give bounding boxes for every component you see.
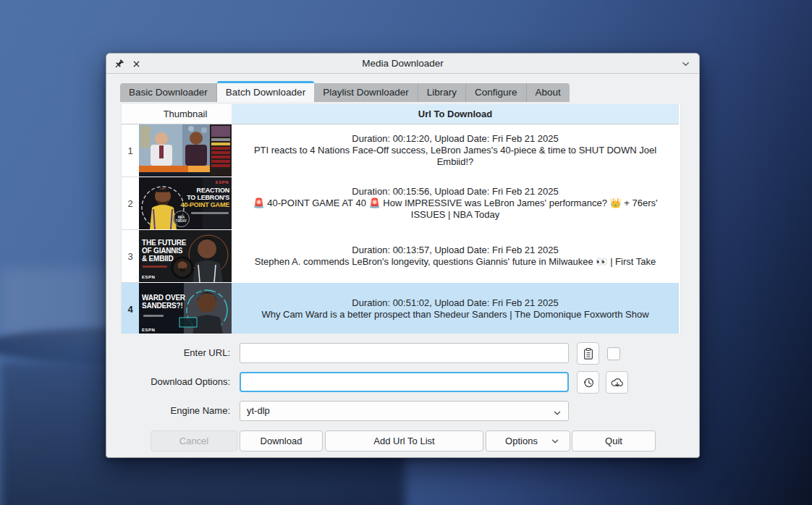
table-row-selected[interactable]: 4 Ward Over Sanders?! [122,283,680,334]
thumb-headline-2: of Giannis [142,247,186,255]
row-number: 3 [122,230,139,283]
quit-button[interactable]: Quit [572,430,656,451]
thumbnail-image: Reaction to LeBron's 40-Point Game ESPN … [139,177,232,229]
tab-basic-downloader[interactable]: Basic Downloader [120,83,217,102]
tab-playlist-downloader[interactable]: Playlist Downloader [314,83,418,102]
window-title: Media Downloader [106,54,699,73]
table-row[interactable]: 3 The Fut [122,230,680,283]
chevron-down-icon [550,436,560,449]
row-number-header[interactable] [122,104,139,124]
espn-logo: ESPN [142,275,155,279]
url-cell: Duration: 00:13:57, Upload Date: Fri Feb… [232,230,679,282]
engine-name-label: Engine Name: [106,401,230,421]
thumb-headline-2: Sanders?! [142,302,185,310]
paste-clipboard-button[interactable] [577,342,599,365]
cloud-download-button[interactable] [606,371,628,394]
table-row[interactable]: 1 [122,124,680,177]
title-line: Why Cam Ward is a better prospect than S… [261,309,648,321]
chevron-down-icon[interactable] [679,57,692,70]
url-column-header[interactable]: Url To Download [232,104,679,124]
tab-batch-downloader[interactable]: Batch Downloader [217,81,314,102]
thumbnail-image [139,124,232,177]
url-cell: Duration: 00:15:56, Upload Date: Fri Feb… [232,177,679,229]
chevron-down-icon [552,406,562,425]
thumbnail-column-header[interactable]: Thumbnail [139,104,232,124]
espn-logo: ESPN [216,180,229,184]
url-label: Enter URL: [106,343,230,363]
thumb-headline-1: Ward Over [142,294,185,302]
thumb-headline-1: Reaction [181,187,229,194]
options-history-button[interactable] [577,371,599,394]
thumb-headline-1: The Future [142,239,186,247]
thumbnail-image: Ward Over Sanders?! ESPN [139,283,232,334]
close-icon[interactable] [130,57,143,70]
options-button-label: Options [505,436,538,446]
pin-icon[interactable] [112,57,125,70]
engine-select-value: yt-dlp [247,405,270,416]
tab-bar: Basic Downloader Batch Downloader Playli… [120,81,570,102]
row-number: 4 [122,283,139,334]
url-checkbox[interactable] [607,347,620,360]
title-line: PTI reacts to 4 Nations Face-Off success… [234,145,676,168]
row-number: 2 [122,177,139,230]
title-line: 🚨 40-POINT GAME AT 40 🚨 How IMPRESSIVE w… [234,198,676,221]
url-input[interactable] [240,343,569,363]
thumbnail-image: The Future of Giannis & Embiid ESPN [139,230,232,282]
duration-line: Duration: 00:13:57, Upload Date: Fri Feb… [352,245,558,256]
app-window: Media Downloader Basic Downloader Batch … [106,53,700,458]
espn-logo: ESPN [142,328,155,332]
thumb-headline-3: 40-Point Game [181,201,229,208]
duration-line: Duration: 00:12:20, Upload Date: Fri Feb… [352,133,558,145]
add-url-to-list-button[interactable]: Add Url To List [325,430,483,451]
table-row[interactable]: 2 Reaction to LeBron's [122,177,680,230]
options-button[interactable]: Options [486,430,570,451]
table-header-row: Thumbnail Url To Download [122,104,680,124]
tab-configure[interactable]: Configure [466,83,527,102]
url-cell: Duration: 00:12:20, Upload Date: Fri Feb… [232,124,679,177]
nba-today-logo: NBA TODAY [173,211,190,227]
titlebar: Media Downloader [106,54,699,74]
thumb-headline-3: & Embiid [142,255,186,263]
title-line: Stephen A. commends LeBron's longevity, … [255,256,656,268]
duration-line: Duration: 00:15:56, Upload Date: Fri Feb… [352,186,558,198]
download-options-label: Download Options: [106,372,230,392]
download-button[interactable]: Download [240,430,323,451]
download-options-input[interactable] [240,372,569,392]
url-cell: Duration: 00:51:02, Upload Date: Fri Feb… [232,283,679,334]
batch-table: Thumbnail Url To Download 1 [121,104,681,334]
cancel-button[interactable]: Cancel [151,430,237,451]
duration-line: Duration: 00:51:02, Upload Date: Fri Feb… [352,297,558,309]
row-number: 1 [122,124,139,177]
tab-library[interactable]: Library [418,83,466,102]
tab-about[interactable]: About [527,83,570,102]
thumb-headline-2: to LeBron's [181,194,229,201]
engine-select[interactable]: yt-dlp [240,401,569,421]
